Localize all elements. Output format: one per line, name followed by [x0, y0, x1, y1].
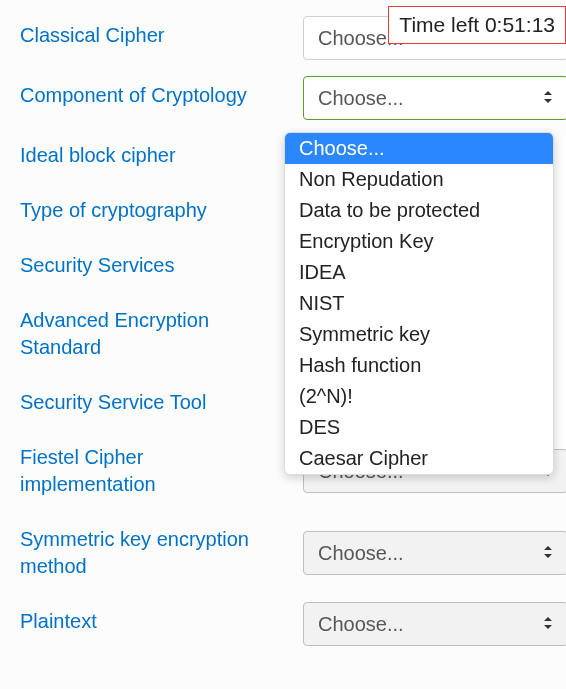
chevron-sort-icon: [543, 90, 553, 106]
options-dropdown[interactable]: Choose...Non RepudationData to be protec…: [284, 132, 554, 475]
dropdown-option[interactable]: Caesar Cipher: [285, 443, 553, 474]
dropdown-option[interactable]: NIST: [285, 288, 553, 319]
question-label: Advanced Encryption Standard: [20, 293, 285, 375]
question-label: Fiestel Cipher implementation: [20, 430, 285, 512]
select-cell: Choose...: [303, 594, 566, 654]
select-value: Choose...: [318, 613, 404, 636]
question-label: Plaintext: [20, 594, 285, 654]
dropdown-option[interactable]: DES: [285, 412, 553, 443]
dropdown-option[interactable]: Non Repudation: [285, 164, 553, 195]
answer-select[interactable]: Choose...: [303, 602, 566, 646]
dropdown-option[interactable]: Choose...: [285, 133, 553, 164]
time-left-badge: Time left 0:51:13: [388, 6, 566, 44]
question-label: Symmetric key encryption method: [20, 512, 285, 594]
question-label: Security Services: [20, 238, 285, 293]
select-cell: Choose...: [303, 68, 566, 128]
question-label: Component of Cryptology: [20, 68, 285, 128]
answer-select[interactable]: Choose...: [303, 76, 566, 120]
dropdown-option[interactable]: Encryption Key: [285, 226, 553, 257]
question-label: Classical Cipher: [20, 8, 285, 68]
select-value: Choose...: [318, 87, 404, 110]
question-label: Type of cryptography: [20, 183, 285, 238]
dropdown-option[interactable]: Symmetric key: [285, 319, 553, 350]
dropdown-option[interactable]: IDEA: [285, 257, 553, 288]
dropdown-option[interactable]: Data to be protected: [285, 195, 553, 226]
chevron-sort-icon: [543, 616, 553, 632]
time-left-text: Time left 0:51:13: [399, 13, 555, 36]
select-cell: Choose...: [303, 512, 566, 594]
dropdown-option[interactable]: (2^N)!: [285, 381, 553, 412]
select-value: Choose...: [318, 542, 404, 565]
answer-select[interactable]: Choose...: [303, 531, 566, 575]
question-label: Security Service Tool: [20, 375, 285, 430]
dropdown-option[interactable]: Hash function: [285, 350, 553, 381]
chevron-sort-icon: [543, 545, 553, 561]
question-label: Ideal block cipher: [20, 128, 285, 183]
